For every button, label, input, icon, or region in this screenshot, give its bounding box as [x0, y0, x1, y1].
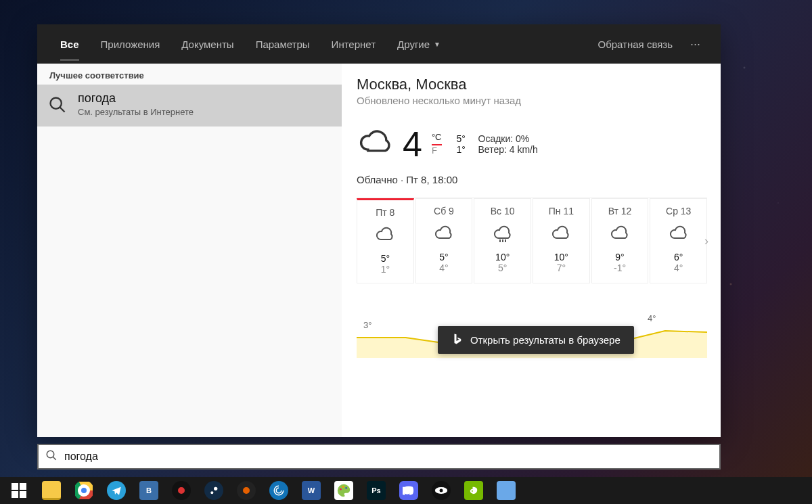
svg-point-19: [440, 489, 443, 492]
taskbar-paint[interactable]: [328, 477, 360, 504]
forecast-low: 4°: [653, 262, 704, 273]
forecast-strip: Пт 85°1°Сб 95°4°Вс 1010°5°Пн 1110°7°Вт 1…: [357, 198, 707, 283]
forecast-day-name: Сб 9: [419, 206, 470, 216]
feedback-link[interactable]: Обратная связь: [587, 24, 683, 64]
forecast-day[interactable]: Вт 129°-1°: [591, 198, 649, 283]
taskbar-nvidia[interactable]: [457, 477, 490, 504]
results-column: Лучшее соответствие погода См. результат…: [37, 64, 342, 437]
weather-updated: Обновлено несколько минут назад: [357, 95, 707, 106]
forecast-high: 10°: [477, 252, 528, 262]
svg-point-13: [214, 487, 217, 490]
vk-icon: B: [139, 481, 158, 500]
taskbar-vk[interactable]: B: [133, 477, 165, 504]
result-subtitle: См. результаты в Интернете: [78, 107, 194, 117]
svg-point-0: [51, 98, 62, 109]
forecast-low: 1°: [360, 264, 411, 275]
taskbar-file-explorer[interactable]: [35, 477, 68, 504]
taskbar-obs[interactable]: [425, 477, 457, 504]
temp-sparkline: 3° 3° 4° Открыть результаты в браузере: [357, 311, 707, 358]
search-input[interactable]: [64, 451, 713, 463]
taskbar: BWPs: [0, 477, 812, 504]
notes-icon: [497, 481, 516, 500]
weather-location: Москва, Москва: [357, 76, 707, 93]
chevron-down-icon: ▼: [434, 41, 441, 48]
tab-documents[interactable]: Документы: [171, 24, 244, 64]
tab-other[interactable]: Другие ▼: [386, 24, 451, 64]
cloud-icon: [357, 124, 393, 164]
forecast-day-name: Вс 10: [477, 206, 528, 216]
photoshop-icon: Ps: [367, 481, 386, 500]
unit-celsius[interactable]: °C: [432, 132, 442, 145]
taskbar-notes[interactable]: [490, 477, 522, 504]
app-icon: [237, 481, 256, 500]
taskbar-discord[interactable]: [392, 477, 425, 504]
forecast-day-name: Пн 11: [536, 206, 587, 216]
best-match-result[interactable]: погода См. результаты в Интернете: [37, 85, 342, 127]
best-match-header: Лучшее соответствие: [37, 64, 342, 85]
word-icon: W: [302, 481, 321, 500]
high-temp: 5°: [457, 133, 472, 144]
unit-fahrenheit[interactable]: F: [432, 145, 442, 157]
taskbar-steam[interactable]: [198, 477, 230, 504]
taskbar-telegram[interactable]: [100, 477, 133, 504]
open-in-browser-button[interactable]: Открыть результаты в браузере: [438, 326, 634, 354]
forecast-day[interactable]: Вс 1010°5°: [474, 198, 531, 283]
tab-all[interactable]: Все: [49, 24, 90, 64]
weather-preview: Москва, Москва Обновлено несколько минут…: [342, 64, 721, 437]
forecast-day[interactable]: Пн 1110°7°: [533, 198, 590, 283]
forecast-high: 5°: [360, 253, 411, 264]
tab-settings[interactable]: Параметры: [245, 24, 321, 64]
taskbar-yandex[interactable]: [165, 477, 198, 504]
svg-line-1: [60, 108, 65, 112]
forecast-high: 9°: [595, 252, 646, 262]
tab-internet[interactable]: Интернет: [321, 24, 386, 64]
chevron-right-icon[interactable]: ›: [704, 234, 708, 248]
taskbar-photoshop[interactable]: Ps: [360, 477, 392, 504]
current-temp: 4: [403, 124, 422, 164]
taskbar-word[interactable]: W: [295, 477, 328, 504]
search-tabs: Все Приложения Документы Параметры Интер…: [37, 24, 721, 64]
spark-label: 3°: [363, 320, 371, 330]
forecast-low: 7°: [536, 262, 587, 273]
cloud-icon: [595, 223, 646, 246]
cloud-icon: [653, 223, 704, 246]
taskbar-app-orange[interactable]: [230, 477, 263, 504]
condition-line: Облачно · Пт 8, 18:00: [357, 174, 707, 185]
search-icon: [45, 449, 58, 464]
weather-details: 5°Осадки: 0% 1°Ветер: 4 km/h: [457, 133, 538, 155]
forecast-high: 5°: [419, 252, 470, 262]
steam-icon: [204, 481, 223, 500]
more-button[interactable]: ⋯: [683, 38, 708, 50]
bing-icon: [451, 333, 464, 347]
search-panel: Все Приложения Документы Параметры Интер…: [37, 24, 721, 437]
cloud-icon: [419, 223, 470, 246]
forecast-day[interactable]: Сб 95°4°: [415, 198, 473, 283]
search-bar[interactable]: [37, 444, 721, 469]
forecast-day-name: Ср 13: [653, 206, 704, 216]
taskbar-start[interactable]: [3, 477, 35, 504]
tab-apps[interactable]: Приложения: [90, 24, 171, 64]
svg-point-5: [47, 451, 54, 458]
temp-units[interactable]: °C F: [432, 132, 442, 157]
forecast-day-name: Вт 12: [595, 206, 646, 216]
forecast-day[interactable]: Пт 85°1°: [357, 198, 414, 283]
forecast-low: 5°: [477, 262, 528, 273]
svg-point-14: [210, 491, 213, 494]
forecast-high: 6°: [653, 252, 704, 262]
svg-point-17: [345, 487, 347, 489]
cloud-icon: [360, 225, 411, 248]
taskbar-chrome[interactable]: [68, 477, 100, 504]
svg-point-16: [342, 486, 344, 488]
windows-logo-icon: [12, 483, 26, 498]
forecast-day-name: Пт 8: [360, 207, 411, 218]
forecast-day[interactable]: Ср 136°4°: [650, 198, 707, 283]
low-temp: 1°: [457, 144, 472, 155]
precip-label: Осадки: 0%: [478, 133, 530, 144]
cloud-icon: [536, 223, 587, 246]
taskbar-ubisoft[interactable]: [263, 477, 295, 504]
search-icon: [47, 94, 68, 116]
ubisoft-icon: [269, 481, 288, 500]
forecast-low: 4°: [419, 262, 470, 273]
wind-label: Ветер: 4 km/h: [478, 144, 538, 155]
yandex-icon: [172, 481, 191, 500]
